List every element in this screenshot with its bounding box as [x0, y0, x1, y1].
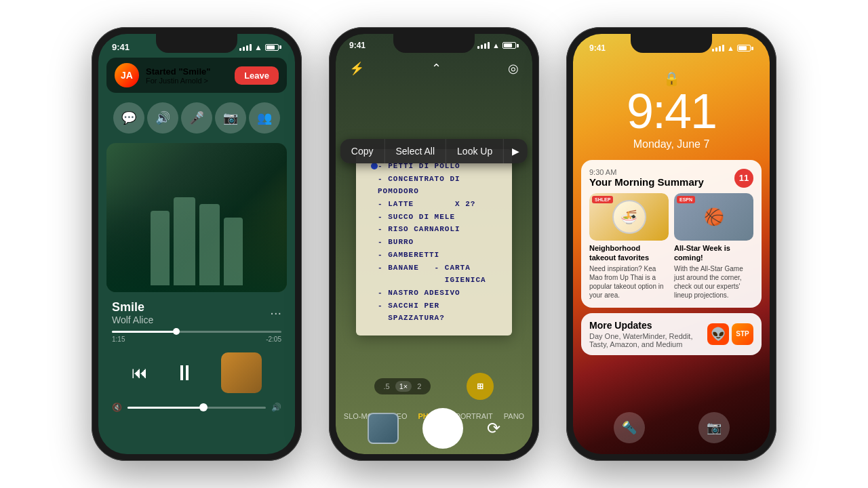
news-tag-2: ESPN	[677, 196, 695, 203]
volume-fill	[127, 407, 203, 409]
news-grid: SHLEP 🍜 Neighborhood takeout favorites N…	[589, 193, 753, 300]
photo-thumbnail[interactable]	[368, 413, 399, 444]
person-1	[151, 211, 170, 285]
progress-section: 1:15 -2:05	[98, 328, 295, 346]
battery-body-1	[265, 44, 279, 51]
time-stamps: 1:15 -2:05	[112, 336, 281, 343]
avatar: JA	[115, 63, 139, 87]
status-icons-3: ▲	[712, 44, 753, 52]
look-up-menu-item[interactable]: Look Up	[446, 139, 504, 163]
video-thumbnail	[221, 352, 262, 393]
notification-badge: 11	[734, 169, 753, 188]
speaker-button[interactable]: 🔊	[147, 102, 178, 134]
progress-thumb	[173, 328, 180, 335]
news-card-1[interactable]: SHLEP 🍜 Neighborhood takeout favorites N…	[589, 193, 669, 300]
battery-body-2	[502, 42, 516, 49]
mic-button[interactable]: 🎤	[181, 102, 212, 134]
song-title: Smile	[112, 300, 153, 314]
flashlight-button[interactable]: 🔦	[614, 412, 645, 443]
battery-fill-3	[738, 46, 747, 50]
wifi-icon-3: ▲	[727, 44, 734, 52]
more-options-button[interactable]: ···	[270, 305, 281, 321]
wifi-icon-2: ▲	[492, 41, 500, 49]
news-card-2[interactable]: ESPN 🏀 All-Star Week is coming! With the…	[674, 193, 753, 300]
phone-2-screen: 9:41 ▲	[336, 34, 532, 454]
food-circle: 🍜	[612, 200, 646, 234]
lock-screen-time: 9:41	[573, 87, 770, 136]
notification-title: Your Morning Summary	[589, 176, 704, 188]
pause-button[interactable]: ⏸	[174, 361, 195, 386]
call-title: Started "Smile"	[146, 66, 210, 77]
note-line-3: - LATTE x 2?	[378, 198, 500, 211]
avatar-initials: JA	[121, 70, 133, 81]
step-text: STP	[736, 330, 749, 338]
playback-controls: ⏮ ⏸	[98, 346, 295, 400]
more-menu-item[interactable]: ▶	[504, 139, 528, 163]
message-button[interactable]: 💬	[113, 102, 144, 134]
battery-fill-2	[504, 43, 512, 47]
volume-bar[interactable]	[127, 407, 266, 409]
select-all-menu-item[interactable]: Select All	[384, 139, 446, 163]
status-icons-1: ▲	[239, 43, 281, 52]
copy-menu-item[interactable]: Copy	[340, 139, 385, 163]
live-text-button[interactable]: ⊞	[467, 373, 494, 400]
zoom-2x[interactable]: 2	[413, 381, 425, 392]
camera-button[interactable]: 📷	[698, 412, 730, 443]
news-tag-1: SHLEP	[592, 196, 613, 203]
time-1: 9:41	[112, 42, 130, 52]
phone-3: 9:41 ▲	[566, 27, 776, 461]
sig4	[722, 45, 724, 52]
call-banner: JA Started "Smile" For Justin Arnold > L…	[106, 58, 287, 93]
video-button[interactable]: 📷	[215, 102, 246, 134]
shutter-button[interactable]	[422, 408, 463, 449]
battery-tip-2	[517, 44, 519, 47]
more-updates-notification[interactable]: More Updates Day One, WaterMinder, Reddi…	[581, 313, 762, 355]
person-2	[174, 197, 195, 285]
signal-icon-3	[712, 45, 724, 52]
volume-max-icon: 🔊	[271, 403, 281, 412]
signal-bar-4	[250, 44, 252, 51]
battery-icon-3	[737, 45, 753, 52]
chevron-up-icon[interactable]: ⌃	[431, 61, 441, 76]
step-icon: STP	[732, 323, 753, 345]
camera-top-controls: ⚡ ⌃ ◎	[336, 61, 532, 76]
zoom-0.5[interactable]: .5	[380, 381, 394, 392]
sports-emoji: 🏀	[704, 207, 724, 226]
notification-time: 9:30 AM	[589, 168, 704, 176]
reddit-icon: 👽	[707, 323, 729, 345]
zoom-1x[interactable]: 1×	[395, 381, 412, 392]
rewind-button[interactable]: ⏮	[132, 363, 148, 382]
progress-bar[interactable]	[112, 331, 281, 333]
phone-2-content: 9:41 ▲	[336, 34, 532, 454]
progress-fill	[112, 331, 176, 333]
phone-1-screen: 9:41 ▲	[98, 34, 295, 454]
people-button[interactable]: 👥	[249, 102, 280, 134]
battery-icon-1	[265, 44, 281, 51]
note-content: - PETTI DI POLLO - CONCENTRATO DI POMODO…	[356, 149, 512, 336]
s1	[477, 46, 479, 49]
more-updates-body: Day One, WaterMinder, Reddit, Tasty, Ama…	[589, 332, 707, 348]
s3	[484, 43, 486, 49]
reddit-logo: 👽	[711, 327, 726, 342]
live-photo-icon[interactable]: ◎	[508, 61, 519, 76]
battery-tip-1	[279, 45, 281, 49]
volume-min-icon: 🔇	[112, 403, 122, 412]
song-details: Smile Wolf Alice	[112, 300, 153, 325]
news-body-2: With the All-Star Game just around the c…	[674, 264, 753, 300]
notification-header: 9:30 AM Your Morning Summary 11	[589, 168, 753, 188]
app-icons: 👽 STP	[707, 323, 753, 345]
note-line-12: SPAZZATURA?	[378, 312, 500, 325]
flash-icon[interactable]: ⚡	[349, 61, 364, 76]
rotate-icon[interactable]: ⟳	[487, 419, 500, 438]
note-line-4: - SUCCO DI MELE	[378, 211, 500, 224]
note-line-10: - NASTRO ADESIVO	[378, 287, 500, 300]
zoom-controls: .5 1× 2	[374, 378, 431, 394]
call-sub: For Justin Arnold >	[146, 77, 210, 85]
song-artist: Wolf Alice	[112, 314, 153, 325]
sig1	[712, 49, 714, 52]
morning-summary-notification[interactable]: 9:30 AM Your Morning Summary 11 SHLEP 🍜	[581, 160, 762, 308]
leave-button[interactable]: Leave	[235, 66, 279, 85]
more-updates-text: More Updates Day One, WaterMinder, Reddi…	[589, 320, 707, 348]
sig2	[715, 47, 717, 52]
note-line-9: IGIENICA	[378, 274, 500, 287]
